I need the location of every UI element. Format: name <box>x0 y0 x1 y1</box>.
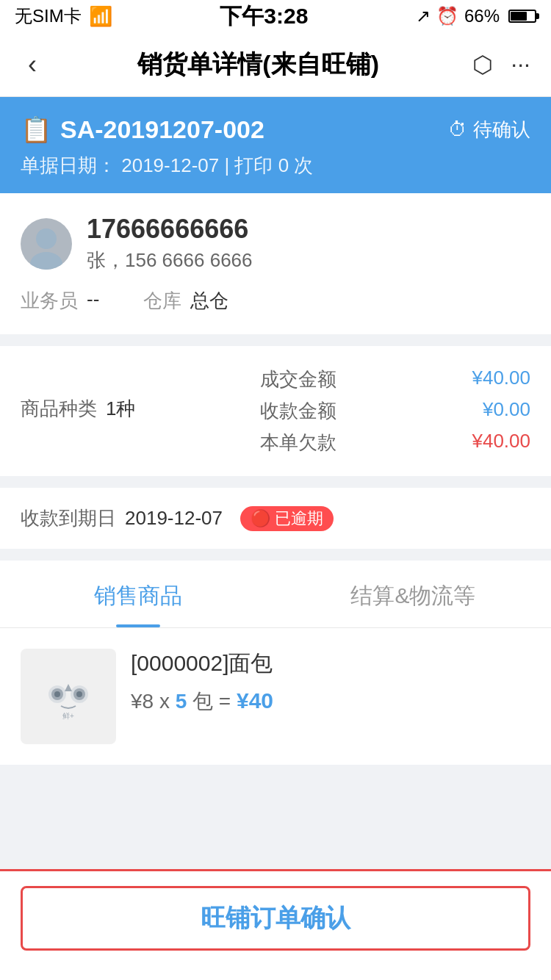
warehouse-item: 仓库 总仓 <box>143 288 228 314</box>
svg-point-6 <box>54 691 60 697</box>
order-date-value: 2019-12-07 <box>121 154 219 176</box>
location-icon: ↗ <box>416 6 431 26</box>
svg-point-1 <box>30 252 62 270</box>
customer-section: 17666666666 张，156 6666 6666 业务员 -- 仓库 总仓 <box>0 193 551 334</box>
nav-bar: ‹ 销货单详情(来自旺铺) ⬡ ··· <box>0 32 551 97</box>
product-total: ¥40 <box>237 688 273 713</box>
amount-row-1: 收款金额 ¥0.00 <box>260 398 530 424</box>
product-section: 鲜+ [0000002]面包 ¥8 x 5 包 = ¥40 <box>0 628 551 765</box>
tab-products-label: 销售商品 <box>94 583 182 608</box>
date-label: 单据日期： <box>21 154 116 176</box>
svg-point-7 <box>76 691 82 697</box>
product-price-row: ¥8 x 5 包 = ¥40 <box>131 688 530 716</box>
tabs-section: 销售商品 结算&物流等 鲜+ <box>0 561 551 765</box>
amount-row-0: 成交金额 ¥40.00 <box>260 367 530 392</box>
share-button[interactable]: ⬡ <box>472 51 493 79</box>
product-type-item: 商品种类 1种 <box>21 396 245 422</box>
order-number: 📋 SA-20191207-002 <box>21 115 264 144</box>
equals-label: = <box>219 690 237 713</box>
due-label: 收款到期日 <box>21 505 116 531</box>
status-bar: 无SIM卡 📶 下午3:28 ↗ ⏰ 66% <box>0 0 551 32</box>
nav-actions: ⬡ ··· <box>472 51 530 79</box>
product-type-label: 商品种类 <box>21 396 97 422</box>
bottom-button-area: 旺铺订单确认 <box>0 869 551 980</box>
page-title: 销货单详情(来自旺铺) <box>137 48 379 82</box>
product-type-value: 1种 <box>106 396 135 422</box>
more-button[interactable]: ··· <box>511 51 530 78</box>
carrier-text: 无SIM卡 <box>15 4 82 28</box>
warehouse-value: 总仓 <box>190 288 228 314</box>
amount-value-0: ¥40.00 <box>472 367 530 392</box>
salesman-label: 业务员 <box>21 288 78 314</box>
order-status-text: 待确认 <box>473 117 530 143</box>
order-banner-top: 📋 SA-20191207-002 ⏱ 待确认 <box>21 115 530 144</box>
overdue-text: 已逾期 <box>275 508 323 530</box>
amount-label-0: 成交金额 <box>260 367 336 392</box>
product-quantity: 5 <box>176 690 187 713</box>
payment-due-section: 收款到期日 2019-12-07 🔴 已逾期 <box>0 488 551 549</box>
order-banner: 📋 SA-20191207-002 ⏱ 待确认 单据日期： 2019-12-07… <box>0 97 551 193</box>
tab-settlement-label: 结算&物流等 <box>350 583 475 608</box>
overdue-icon: 🔴 <box>251 509 270 528</box>
time-display: 下午3:28 <box>220 1 308 32</box>
amount-value-2: ¥40.00 <box>472 430 530 455</box>
overdue-badge: 🔴 已逾期 <box>240 506 334 531</box>
warehouse-label: 仓库 <box>143 288 181 314</box>
order-icon: 📋 <box>21 115 51 144</box>
due-date: 2019-12-07 <box>125 507 223 530</box>
print-info: | 打印 0 次 <box>224 154 313 176</box>
multiply-label: x <box>159 690 176 713</box>
status-left: 无SIM卡 📶 <box>15 4 112 28</box>
customer-name: 张，156 6666 6666 <box>87 248 253 273</box>
customer-info: 17666666666 张，156 6666 6666 <box>87 214 253 273</box>
status-right: ↗ ⏰ 66% <box>416 6 536 26</box>
product-thumbnail: 鲜+ <box>21 649 116 744</box>
order-number-text: SA-20191207-002 <box>60 115 264 144</box>
product-name: [0000002]面包 <box>131 649 530 679</box>
svg-marker-8 <box>65 684 72 691</box>
summary-left: 商品种类 1种 <box>21 367 245 455</box>
tab-settlement[interactable]: 结算&物流等 <box>276 561 551 627</box>
amount-label-2: 本单欠款 <box>260 430 336 455</box>
summary-section: 商品种类 1种 成交金额 ¥40.00 收款金额 ¥0.00 本单欠款 ¥40.… <box>0 346 551 476</box>
tabs-row: 销售商品 结算&物流等 <box>0 561 551 628</box>
status-clock-icon: ⏱ <box>448 118 467 141</box>
amount-row-2: 本单欠款 ¥40.00 <box>260 430 530 455</box>
avatar <box>21 218 72 270</box>
tab-products[interactable]: 销售商品 <box>0 561 276 627</box>
product-price: ¥8 <box>131 690 154 713</box>
customer-top: 17666666666 张，156 6666 6666 <box>21 214 530 273</box>
order-date-line: 单据日期： 2019-12-07 | 打印 0 次 <box>21 153 530 179</box>
summary-right: 成交金额 ¥40.00 收款金额 ¥0.00 本单欠款 ¥40.00 <box>260 367 530 455</box>
svg-point-0 <box>36 228 57 249</box>
amount-value-1: ¥0.00 <box>483 398 530 424</box>
confirm-button[interactable]: 旺铺订单确认 <box>21 886 530 951</box>
wifi-icon: 📶 <box>89 5 112 28</box>
amount-label-1: 收款金额 <box>260 398 336 424</box>
product-unit: 包 <box>192 690 213 713</box>
battery-icon <box>508 10 536 23</box>
product-info: [0000002]面包 ¥8 x 5 包 = ¥40 <box>131 649 530 716</box>
salesman-value: -- <box>87 288 99 314</box>
battery-text: 66% <box>464 6 500 26</box>
order-status: ⏱ 待确认 <box>448 117 530 143</box>
salesman-item: 业务员 -- <box>21 288 99 314</box>
back-button[interactable]: ‹ <box>21 42 44 87</box>
customer-phone: 17666666666 <box>87 214 253 245</box>
svg-text:鲜+: 鲜+ <box>62 712 74 720</box>
product-item: 鲜+ [0000002]面包 ¥8 x 5 包 = ¥40 <box>21 649 530 744</box>
alarm-icon: ⏰ <box>436 6 458 26</box>
customer-meta: 业务员 -- 仓库 总仓 <box>21 282 530 314</box>
